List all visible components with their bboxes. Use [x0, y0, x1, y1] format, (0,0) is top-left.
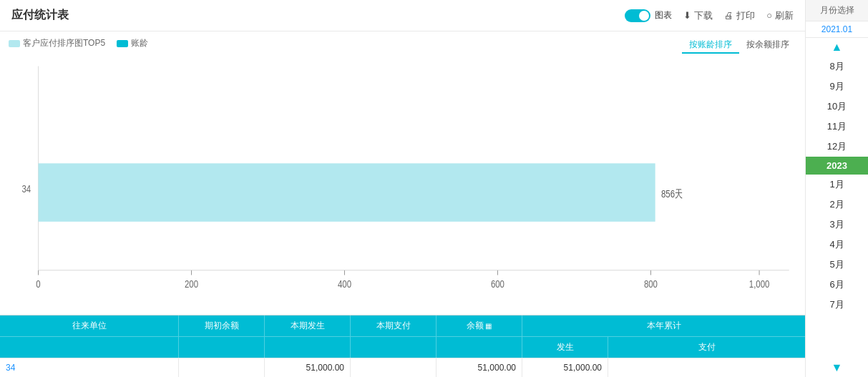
sidebar-month-item[interactable]: 4月	[806, 235, 868, 255]
svg-text:800: 800	[644, 278, 658, 290]
cell-ytd-occur: 51,000.00	[522, 358, 608, 377]
svg-text:0: 0	[36, 278, 40, 290]
legend-item-age: 账龄	[117, 37, 148, 49]
page-title: 应付统计表	[11, 8, 69, 23]
sidebar-month-item[interactable]: 2月	[806, 195, 868, 215]
col-balance-header: 余额 ▦	[437, 315, 522, 336]
download-icon: ⬇	[683, 10, 691, 21]
cell-current-occur: 51,000.00	[265, 358, 351, 377]
header-actions: 图表 ⬇ 下载 🖨 打印 ○ 刷新	[625, 9, 794, 22]
bar-chart-svg: 34 0 200 400 600	[9, 57, 796, 309]
print-icon: 🖨	[724, 10, 733, 21]
sidebar-month-item[interactable]: 10月	[806, 97, 868, 117]
col-period-balance-header: 期初余额	[179, 315, 265, 336]
svg-text:600: 600	[491, 278, 504, 290]
unit-link[interactable]: 34	[6, 363, 15, 373]
chart-area: 客户应付排序图TOP5 账龄 按账龄排序 按余额排序 34	[0, 31, 805, 315]
svg-text:34: 34	[21, 183, 31, 195]
cell-balance: 51,000.00	[437, 358, 522, 377]
cell-period-balance	[179, 358, 265, 377]
month-list: 8月9月10月11月12月20231月2月3月4月5月6月7月	[806, 57, 868, 358]
col-unit-subheader	[0, 337, 179, 358]
cell-current-pay	[351, 358, 437, 377]
svg-text:1,000: 1,000	[749, 278, 770, 290]
col-current-pay-subheader	[351, 337, 437, 358]
sidebar-month-item[interactable]: 5月	[806, 255, 868, 275]
chart-toggle-group[interactable]: 图表	[625, 9, 672, 22]
col-ytd-pay-subheader: 支付	[608, 337, 805, 358]
col-ytd-occur-subheader: 发生	[522, 337, 608, 358]
cell-ytd-pay	[608, 358, 694, 377]
table-header-row2: 发生 支付	[0, 336, 805, 358]
legend-label-age: 账龄	[131, 37, 148, 49]
col-unit-header: 往来单位	[0, 315, 179, 336]
refresh-button[interactable]: ○ 刷新	[766, 9, 794, 22]
table-header-row1: 往来单位 期初余额 本期发生 本期支付 余额 ▦ 本年累计	[0, 315, 805, 336]
chart-toggle-switch[interactable]	[625, 9, 650, 22]
svg-text:856天: 856天	[661, 187, 683, 200]
chart-legend: 客户应付排序图TOP5 账龄	[9, 37, 148, 49]
col-period-balance-subheader	[179, 337, 265, 358]
col-ytd-header: 本年累计	[522, 315, 805, 336]
month-sidebar: 月份选择 2021.01 ▲ 8月9月10月11月12月20231月2月3月4月…	[805, 0, 868, 377]
chart-label: 图表	[655, 9, 672, 21]
legend-color-bar	[9, 40, 20, 47]
sidebar-month-item[interactable]: 12月	[806, 137, 868, 157]
print-button[interactable]: 🖨 打印	[724, 9, 755, 22]
sidebar-month-item[interactable]: 9月	[806, 77, 868, 97]
sidebar-month-item[interactable]: 1月	[806, 175, 868, 195]
toggle-knob	[639, 11, 649, 21]
sort-tabs: 按账龄排序 按余额排序	[682, 37, 796, 54]
sidebar-month-item[interactable]: 7月	[806, 295, 868, 315]
download-button[interactable]: ⬇ 下载	[683, 9, 713, 22]
sidebar-month-item[interactable]: 3月	[806, 215, 868, 235]
sort-by-balance-tab[interactable]: 按余额排序	[739, 37, 796, 54]
sidebar-month-item[interactable]: 8月	[806, 57, 868, 77]
sidebar-current-date[interactable]: 2021.01	[806, 21, 868, 38]
sort-by-age-tab[interactable]: 按账龄排序	[682, 37, 739, 54]
svg-text:200: 200	[185, 278, 198, 290]
sidebar-month-item[interactable]: 6月	[806, 275, 868, 295]
legend-item-bar: 客户应付排序图TOP5	[9, 37, 105, 49]
scroll-up-button[interactable]: ▲	[806, 38, 868, 57]
svg-text:400: 400	[338, 278, 351, 290]
col-current-occur-subheader	[265, 337, 351, 358]
bar-34	[39, 163, 655, 221]
col-current-pay-header: 本期支付	[351, 315, 437, 336]
sidebar-header: 月份选择	[806, 0, 868, 21]
scroll-down-button[interactable]: ▼	[806, 358, 868, 377]
balance-icon: ▦	[485, 322, 492, 330]
refresh-icon: ○	[766, 10, 772, 21]
legend-color-age	[117, 40, 128, 47]
sidebar-month-item[interactable]: 11月	[806, 117, 868, 137]
cell-unit: 34	[0, 358, 179, 377]
legend-label-bar: 客户应付排序图TOP5	[23, 37, 105, 49]
col-current-occur-header: 本期发生	[265, 315, 351, 336]
page-header: 应付统计表 图表 ⬇ 下载 🖨 打印 ○ 刷新	[0, 0, 805, 31]
table-section: 往来单位 期初余额 本期发生 本期支付 余额 ▦ 本年累计 发生 支付	[0, 315, 805, 377]
table-row: 34 51,000.00 51,000.00 51,000.00	[0, 358, 805, 377]
sidebar-month-item[interactable]: 2023	[806, 157, 868, 175]
col-balance-subheader	[437, 337, 522, 358]
bar-chart-container: 34 0 200 400 600	[9, 57, 796, 309]
